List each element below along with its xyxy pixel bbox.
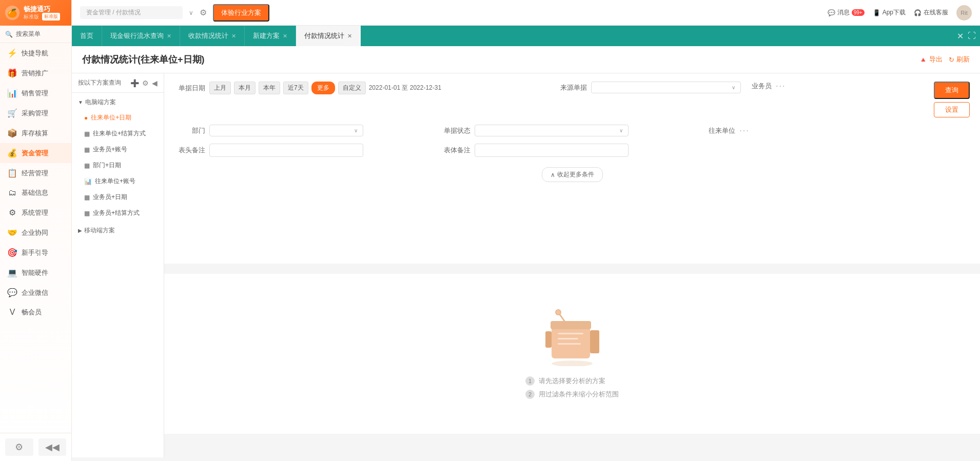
close-tab-payment-stats[interactable]: ✕ xyxy=(347,33,352,39)
add-scheme-btn[interactable]: ➕ xyxy=(130,79,139,87)
settings-bottom-btn[interactable]: ⚙ xyxy=(5,438,33,456)
svg-rect-1 xyxy=(552,325,590,358)
tab-cash-flow[interactable]: 现金银行流水查询 ✕ xyxy=(102,26,180,46)
refresh-icon: ↻ xyxy=(949,56,954,64)
sidebar-item-guide[interactable]: 🎯 新手引导 xyxy=(0,243,71,263)
user-avatar[interactable]: Rit xyxy=(956,5,972,21)
scheme-icon-5: 📊 xyxy=(84,178,92,185)
operations-icon: 📋 xyxy=(7,168,17,178)
customer-service-btn[interactable]: 🎧 在线客服 xyxy=(914,8,948,17)
dept-select-arrow: ∨ xyxy=(354,128,358,133)
collapse-scheme-btn[interactable]: ◀ xyxy=(152,79,158,87)
results-area: 1 请先选择要分析的方案 2 用过滤条件来缩小分析范围 xyxy=(164,264,980,458)
related-unit-btn[interactable]: ··· xyxy=(739,126,749,135)
scheme-item-unit-date[interactable]: ● 往来单位+日期 xyxy=(72,110,164,126)
refresh-btn[interactable]: ↻ 刷新 xyxy=(949,55,970,64)
scheme-item-dept-date[interactable]: ▦ 部门+日期 xyxy=(72,157,164,173)
svg-rect-4 xyxy=(558,338,578,339)
tab-new-scheme[interactable]: 新建方案 ✕ xyxy=(245,26,296,46)
scheme-item-unit-account[interactable]: 📊 往来单位+账号 xyxy=(72,173,164,189)
close-tab-cash-flow[interactable]: ✕ xyxy=(167,33,171,39)
filter-row-3: 表头备注 表体备注 xyxy=(174,144,970,157)
source-select[interactable]: ∨ xyxy=(591,82,741,93)
maximize-btn[interactable]: ⛶ xyxy=(968,31,976,41)
sidebar-item-quick-nav[interactable]: ⚡ 快捷导航 xyxy=(0,43,71,63)
sidebar-item-purchase[interactable]: 🛒 采购管理 xyxy=(0,103,71,123)
last-month-btn[interactable]: 上月 xyxy=(209,82,231,94)
search-menu-btn[interactable]: 🔍 搜索菜单 xyxy=(0,26,71,43)
sidebar-bottom: ⚙ ◀◀ xyxy=(0,433,71,461)
source-filter-label: 来源单据 xyxy=(556,83,587,92)
table-body-note-col: 表体备注 xyxy=(440,144,705,157)
trial-btn[interactable]: 体验行业方案 xyxy=(213,4,269,22)
app-logo-icon: 🍊 xyxy=(5,6,19,20)
sidebar-item-system[interactable]: ⚙ 系统管理 xyxy=(0,203,71,223)
last-7days-btn[interactable]: 近7天 xyxy=(283,82,308,94)
scheme-item-staff-payment[interactable]: ▦ 业务员+结算方式 xyxy=(72,205,164,221)
collapse-icon: ∧ xyxy=(551,171,555,178)
breadcrumb: 资金管理 / 付款情况 xyxy=(80,6,183,19)
staff-filter-col: 业务员 ··· xyxy=(741,82,926,91)
sidebar-item-inventory[interactable]: 📦 库存核算 xyxy=(0,123,71,143)
desktop-group-title[interactable]: ▼ 电脑端方案 xyxy=(72,95,164,110)
topbar: 资金管理 / 付款情况 ∨ ⚙ 体验行业方案 💬 消息 99+ 📱 App下载 … xyxy=(72,0,980,26)
tab-receipt-stats[interactable]: 收款情况统计 ✕ xyxy=(180,26,245,46)
sidebar-item-operations[interactable]: 📋 经营管理 xyxy=(0,163,71,183)
purchase-icon: 🛒 xyxy=(7,108,17,118)
close-tab-receipt-stats[interactable]: ✕ xyxy=(231,33,236,39)
scheme-item-staff-date[interactable]: ▦ 业务员+日期 xyxy=(72,189,164,205)
docstatus-select[interactable]: ∨ xyxy=(475,125,629,136)
collapse-sidebar-btn[interactable]: ◀◀ xyxy=(38,438,67,456)
tab-home[interactable]: 首页 xyxy=(72,26,102,46)
custom-date-btn[interactable]: 自定义 xyxy=(338,82,366,94)
scheme-icon-2: ▦ xyxy=(84,130,90,137)
staff-select-btn[interactable]: ··· xyxy=(776,82,786,91)
system-icon: ⚙ xyxy=(7,208,17,217)
dept-filter-col: 部门 ∨ xyxy=(174,125,440,136)
sidebar-logo: 🍊 畅捷通巧 标准版 标准版 xyxy=(0,0,71,26)
collapse-more-btn[interactable]: ∧ 收起更多条件 xyxy=(542,167,603,182)
query-btn[interactable]: 查询 xyxy=(934,82,970,99)
export-btn[interactable]: 🔺 导出 xyxy=(919,55,943,64)
breadcrumb-arrow[interactable]: ∨ xyxy=(189,9,193,16)
dept-select[interactable]: ∨ xyxy=(209,125,363,136)
svg-rect-6 xyxy=(590,330,599,353)
svg-rect-5 xyxy=(558,343,581,345)
sidebar-item-wechat[interactable]: 💬 企业微信 xyxy=(0,283,71,303)
scheme-icon-4: ▦ xyxy=(84,162,90,169)
scheme-settings-btn[interactable]: ⚙ xyxy=(142,79,149,87)
messages-btn[interactable]: 💬 消息 99+ xyxy=(828,8,865,17)
close-tab-new-scheme[interactable]: ✕ xyxy=(283,33,287,39)
sidebar-item-sales[interactable]: 📊 销售管理 xyxy=(0,83,71,103)
sidebar-item-enterprise[interactable]: 🤝 企业协同 xyxy=(0,223,71,243)
scheme-active-icon: ● xyxy=(84,114,88,122)
sidebar-item-hardware[interactable]: 💻 智能硬件 xyxy=(0,263,71,283)
this-month-btn[interactable]: 本月 xyxy=(234,82,256,94)
this-year-btn[interactable]: 本年 xyxy=(259,82,280,94)
date-range-display: 2022-01-01 至 2022-12-31 xyxy=(369,84,441,92)
mobile-group-title[interactable]: ▶ 移动端方案 xyxy=(72,223,164,238)
hardware-icon: 💻 xyxy=(7,268,17,277)
table-body-note-input[interactable] xyxy=(475,144,629,157)
main-area: 资金管理 / 付款情况 ∨ ⚙ 体验行业方案 💬 消息 99+ 📱 App下载 … xyxy=(72,0,980,461)
app-logo-text: 畅捷通巧 标准版 标准版 xyxy=(24,5,60,21)
phone-icon: 📱 xyxy=(873,9,880,16)
scheme-icon-3: ▦ xyxy=(84,146,90,153)
app-download-btn[interactable]: 📱 App下载 xyxy=(873,8,906,17)
sidebar-item-finance[interactable]: 💰 资金管理 xyxy=(0,143,71,163)
more-date-btn[interactable]: 更多 xyxy=(311,82,335,94)
sidebar-item-marketing[interactable]: 🎁 营销推广 xyxy=(0,63,71,83)
staff-filter-label: 业务员 xyxy=(741,82,772,91)
topbar-settings-icon[interactable]: ⚙ xyxy=(200,8,207,17)
filter-settings-btn[interactable]: 设置 xyxy=(934,102,970,117)
sidebar-nav: ⚡ 快捷导航 🎁 营销推广 📊 销售管理 🛒 采购管理 📦 库存核算 💰 资金管… xyxy=(0,43,71,433)
scheme-item-staff-account[interactable]: ▦ 业务员+账号 xyxy=(72,142,164,157)
empty-illustration xyxy=(536,305,608,366)
scheme-item-unit-payment[interactable]: ▦ 往来单位+结算方式 xyxy=(72,126,164,142)
close-all-tabs-btn[interactable]: ✕ xyxy=(957,31,964,41)
sidebar-item-member[interactable]: V 畅会员 xyxy=(0,303,71,322)
table-header-note-input[interactable] xyxy=(209,144,363,157)
sidebar-item-basic-info[interactable]: 🗂 基础信息 xyxy=(0,183,71,203)
guide-icon: 🎯 xyxy=(7,248,17,257)
tab-payment-stats[interactable]: 付款情况统计 ✕ xyxy=(296,26,361,46)
